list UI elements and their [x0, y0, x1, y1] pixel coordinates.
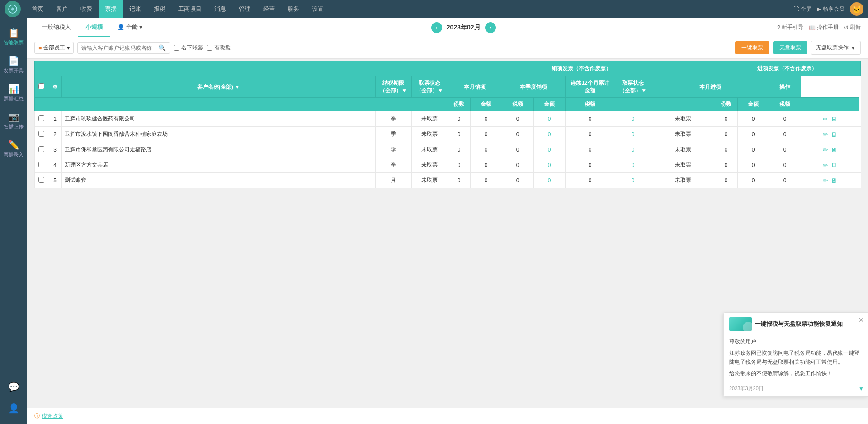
row-view-btn-0[interactable]: 🖥: [831, 115, 837, 123]
diskless-operations-btn[interactable]: 无盘取票操作 ▼: [811, 41, 861, 55]
tab-small-scale[interactable]: 小规模: [78, 18, 110, 37]
nav-customer[interactable]: 客户: [50, 0, 74, 18]
notification-body: 江苏政务网已恢复访问电子税务局功能，易代账一键登陆电子税务局与无盘取票相关功能可…: [729, 348, 862, 367]
nav-service[interactable]: 服务: [281, 0, 306, 18]
nav-operation[interactable]: 经营: [257, 0, 281, 18]
sidebar-chat[interactable]: 💬: [0, 377, 27, 398]
own-account-filter[interactable]: 名下账套: [174, 44, 203, 52]
nav-manage[interactable]: 管理: [232, 0, 257, 18]
row-purchase-status: 未取票: [651, 173, 715, 188]
tab-all-label: 全能: [126, 23, 138, 31]
row-checkbox-4[interactable]: [38, 177, 44, 183]
row-sales-quarter-tax: 0: [565, 111, 615, 127]
sidebar-item-invoice-summary[interactable]: 📊 票据汇总: [0, 79, 27, 107]
popup-close-btn[interactable]: ✕: [859, 316, 864, 324]
search-button[interactable]: 🔍: [158, 44, 166, 52]
row-sales-year-amount: 0: [615, 111, 651, 127]
row-edit-btn-3[interactable]: ✏: [823, 162, 828, 169]
row-sales-month-amount: 0: [470, 127, 502, 142]
row-view-btn-2[interactable]: 🖥: [831, 146, 837, 153]
row-edit-btn-1[interactable]: ✏: [823, 131, 828, 138]
sidebar-item-invoice-open[interactable]: 📄 发票开具: [0, 51, 27, 79]
sidebar-item-scan-upload[interactable]: 📷 扫描上传: [0, 107, 27, 135]
col-purchase-month-tax: 税额: [769, 98, 801, 111]
col-sales-status: 取票状态（全部）▼: [411, 76, 448, 98]
row-view-btn-4[interactable]: 🖥: [831, 177, 837, 184]
nav-message[interactable]: 消息: [208, 0, 232, 18]
table-row: 3 卫辉市保和堂医药有限公司走辐路店 季 未取票 0 0 0 0 0 0 未取票…: [35, 142, 861, 157]
row-check[interactable]: [35, 142, 48, 157]
nav-business[interactable]: 工商项目: [172, 0, 208, 18]
vip-btn[interactable]: ▶ 畅享会员: [817, 5, 844, 13]
tab-all[interactable]: 👤 全能 ▾: [110, 18, 150, 37]
diskless-ticket-btn[interactable]: 无盘取票: [773, 41, 807, 54]
prev-month-btn[interactable]: ‹: [431, 22, 442, 33]
refresh-btn[interactable]: ↺ 刷新: [844, 24, 861, 31]
bottom-bar: ⓘ 税务政策: [27, 408, 868, 424]
new-guide-btn[interactable]: ? 新手引导: [777, 24, 803, 31]
settings-icon[interactable]: ⚙: [52, 84, 57, 90]
row-check[interactable]: [35, 111, 48, 127]
row-checkbox-0[interactable]: [38, 115, 44, 121]
table-row: 5 测试账套 月 未取票 0 0 0 0 0 0 未取票 0 0 0 ✏ 🖥: [35, 173, 861, 188]
search-input[interactable]: [81, 45, 158, 51]
row-num: 2: [48, 127, 62, 142]
row-edit-btn-4[interactable]: ✏: [823, 177, 828, 184]
own-account-checkbox[interactable]: [174, 45, 179, 51]
chat-icon: 💬: [8, 381, 19, 392]
row-edit-btn-0[interactable]: ✏: [823, 115, 828, 123]
col-purchase-month-amount: 金额: [737, 98, 769, 111]
row-num: 5: [48, 173, 62, 188]
row-view-btn-1[interactable]: 🖥: [831, 131, 837, 138]
sidebar-item-smart-ticket[interactable]: 📋 智能取票: [0, 23, 27, 51]
ticket-entry-icon: ✏️: [8, 139, 19, 150]
row-sales-month-amount: 0: [470, 142, 502, 157]
row-edit-btn-2[interactable]: ✏: [823, 146, 828, 153]
header-purchase: 进项发票（不含作废票）: [715, 61, 859, 76]
row-sales-quarter-amount: 0: [533, 157, 565, 173]
row-purchase-status: 未取票: [651, 127, 715, 142]
row-num: 1: [48, 111, 62, 127]
row-purchase-month-amount: 0: [737, 173, 769, 188]
tax-policy-link[interactable]: 税务政策: [42, 412, 63, 420]
popup-header: 一键报税与无盘取票功能恢复通知: [724, 313, 868, 335]
one-click-ticket-btn[interactable]: 一键取票: [735, 41, 769, 54]
row-check[interactable]: [35, 127, 48, 142]
fullscreen-btn[interactable]: ⛶ 全屏: [793, 5, 811, 13]
row-checkbox-2[interactable]: [38, 146, 44, 152]
col-sales-quarter-amount: 金额: [533, 98, 565, 111]
employee-filter-icon: ■: [38, 45, 42, 51]
tax-disk-checkbox[interactable]: [207, 45, 212, 51]
select-all-checkbox[interactable]: [38, 83, 44, 89]
nav-settings[interactable]: 设置: [306, 0, 330, 18]
detail-header-row: 份数 金额 税额 金额 税额 份数 金额 税额: [35, 98, 861, 111]
user-avatar[interactable]: 🐱: [850, 2, 863, 16]
employee-filter[interactable]: ■ 全部员工 ▾: [34, 42, 74, 54]
row-check[interactable]: [35, 157, 48, 173]
row-sales-year-amount: 0: [615, 142, 651, 157]
row-checkbox-3[interactable]: [38, 162, 44, 167]
notification-greeting: 尊敬的用户：: [729, 337, 862, 346]
row-view-btn-3[interactable]: 🖥: [831, 162, 837, 169]
next-month-btn[interactable]: ›: [485, 22, 496, 33]
sidebar-item-ticket-entry-label: 票据录入: [4, 152, 24, 158]
tax-disk-filter[interactable]: 有税盘: [207, 44, 231, 52]
row-sales-year-amount: 0: [615, 157, 651, 173]
nav-tax[interactable]: 报税: [147, 0, 172, 18]
sidebar-user[interactable]: 👤: [0, 398, 27, 419]
nav-billing[interactable]: 收费: [74, 0, 99, 18]
popup-scroll-down[interactable]: ▼: [859, 386, 864, 392]
row-check[interactable]: [35, 173, 48, 188]
nav-invoice[interactable]: 票据: [99, 0, 123, 18]
nav-bookkeeping[interactable]: 记账: [123, 0, 147, 18]
sidebar-item-ticket-entry[interactable]: ✏️ 票据录入: [0, 135, 27, 163]
nav-home[interactable]: 首页: [25, 0, 50, 18]
nav-items: 首页 客户 收费 票据 记账 报税 工商项目 消息 管理 经营 服务 设置: [25, 0, 793, 18]
table-scroll: 销项发票（不含作废票） 进项发票（不含作废票） ⚙: [34, 59, 861, 188]
row-purchase-month-tax: 0: [769, 157, 801, 173]
manual-btn[interactable]: 📖 操作手册: [809, 24, 839, 31]
new-guide-icon: ?: [777, 24, 780, 31]
tab-general-taxpayer[interactable]: 一般纳税人: [34, 18, 78, 37]
row-checkbox-1[interactable]: [38, 131, 44, 137]
row-sales-status: 未取票: [411, 142, 448, 157]
